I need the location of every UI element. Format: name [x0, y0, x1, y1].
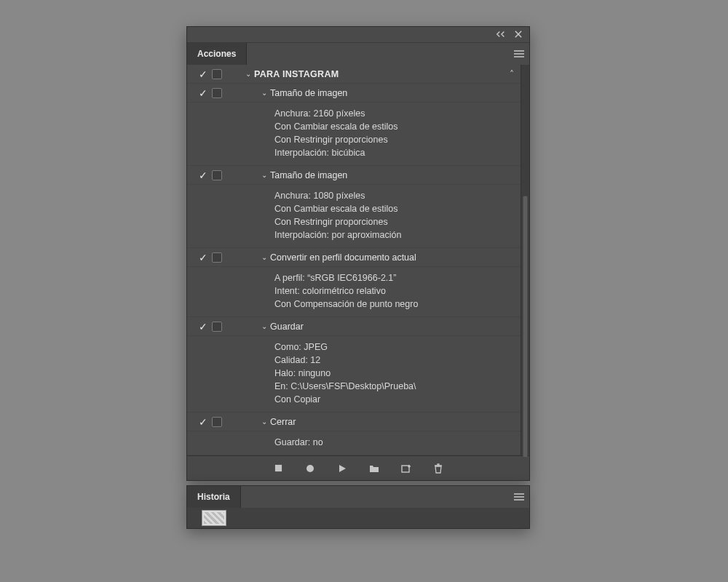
- action-set-name: PARA INSTAGRAM: [254, 69, 339, 79]
- chevron-up-icon[interactable]: ˄: [503, 69, 521, 79]
- svg-rect-0: [274, 465, 281, 471]
- action-detail-line: Interpolación: por aproximación: [274, 228, 401, 242]
- stop-icon[interactable]: [273, 463, 283, 474]
- actions-list: ✓ ⌄ PARA INSTAGRAM ˄ ✓⌄Tamaño de imagen✓…: [187, 65, 521, 455]
- action-detail-line: Halo: ninguno: [274, 367, 416, 380]
- history-panel: Historia: [186, 485, 530, 529]
- chevron-down-icon[interactable]: ⌄: [242, 70, 254, 78]
- folder-icon[interactable]: [369, 463, 379, 474]
- enabled-checkmark-icon[interactable]: ✓: [199, 417, 207, 427]
- scrollbar-thumb[interactable]: [523, 196, 528, 458]
- action-detail-line: Con Restringir proporciones: [274, 215, 401, 228]
- action-step-details: ✓Como: JPEGCalidad: 12Halo: ningunoEn: C…: [187, 336, 521, 412]
- dialog-toggle[interactable]: [212, 322, 222, 332]
- chevron-down-icon[interactable]: ⌄: [258, 418, 270, 426]
- tab-actions[interactable]: Acciones: [187, 43, 247, 65]
- action-step-details: ✓Guardar: no: [187, 431, 521, 455]
- trash-icon[interactable]: [433, 463, 443, 474]
- dialog-toggle[interactable]: [212, 69, 222, 79]
- action-step-row[interactable]: ✓⌄Convertir en perfil documento actual: [187, 248, 521, 267]
- enabled-checkmark-icon[interactable]: ✓: [199, 322, 207, 332]
- action-detail-line: Como: JPEG: [274, 340, 416, 354]
- action-detail-line: Con Cambiar escala de estilos: [274, 120, 398, 133]
- panel-tabbar: Historia: [187, 486, 529, 508]
- action-step-details: ✓Anchura: 2160 píxelesCon Cambiar escala…: [187, 103, 521, 166]
- play-icon[interactable]: [337, 463, 347, 474]
- action-detail-line: Con Restringir proporciones: [274, 133, 398, 146]
- action-detail-line: Anchura: 2160 píxeles: [274, 107, 398, 120]
- chevron-down-icon[interactable]: ⌄: [258, 171, 270, 179]
- collapse-icon[interactable]: [496, 31, 506, 39]
- action-step-title: Tamaño de imagen: [270, 88, 347, 98]
- panel-tabbar: Acciones: [187, 43, 529, 65]
- action-detail-line: Intent: colorimétrico relativo: [274, 284, 418, 298]
- action-step-row[interactable]: ✓⌄Guardar: [187, 317, 521, 336]
- chevron-down-icon[interactable]: ⌄: [258, 322, 270, 330]
- chevron-down-icon[interactable]: ⌄: [258, 253, 270, 261]
- tab-history[interactable]: Historia: [187, 486, 241, 508]
- action-set-row[interactable]: ✓ ⌄ PARA INSTAGRAM ˄: [187, 65, 521, 84]
- panel-menu-icon[interactable]: [509, 43, 529, 65]
- action-step-row[interactable]: ✓⌄Tamaño de imagen: [187, 166, 521, 185]
- action-step-row[interactable]: ✓⌄Tamaño de imagen: [187, 84, 521, 103]
- new-action-icon[interactable]: [401, 463, 411, 474]
- dialog-toggle[interactable]: [212, 170, 222, 180]
- actions-panel: Acciones ✓ ⌄ PARA INSTAGRAM ˄: [186, 26, 530, 481]
- action-step-title: Tamaño de imagen: [270, 170, 347, 180]
- history-state-thumbnail[interactable]: [202, 510, 226, 526]
- action-step-details: ✓Anchura: 1080 píxelesCon Cambiar escala…: [187, 185, 521, 248]
- chevron-down-icon[interactable]: ⌄: [258, 89, 270, 97]
- action-detail-line: Anchura: 1080 píxeles: [274, 189, 401, 202]
- action-detail-line: Con Cambiar escala de estilos: [274, 202, 401, 215]
- action-detail-line: Guardar: no: [274, 436, 323, 449]
- dialog-toggle[interactable]: [212, 252, 222, 263]
- record-icon[interactable]: [305, 463, 315, 474]
- enabled-checkmark-icon[interactable]: ✓: [199, 88, 207, 98]
- action-detail-line: En: C:\Users\FSF\Desktop\Prueba\: [274, 380, 416, 393]
- enabled-checkmark-icon[interactable]: ✓: [199, 252, 207, 263]
- action-detail-line: Interpolación: bicúbica: [274, 146, 398, 159]
- close-icon[interactable]: [515, 31, 522, 39]
- action-step-title: Guardar: [270, 322, 304, 332]
- action-detail-line: Calidad: 12: [274, 354, 416, 367]
- dialog-toggle[interactable]: [212, 88, 222, 98]
- enabled-checkmark-icon[interactable]: ✓: [199, 69, 207, 79]
- dialog-toggle[interactable]: [212, 417, 222, 427]
- action-detail-line: A perfil: “sRGB IEC61966-2.1”: [274, 271, 418, 284]
- action-step-row[interactable]: ✓⌄Cerrar: [187, 412, 521, 431]
- action-step-details: ✓A perfil: “sRGB IEC61966-2.1”Intent: co…: [187, 267, 521, 317]
- history-body: [187, 508, 529, 528]
- panel-topbar: [187, 27, 529, 43]
- scrollbar[interactable]: [521, 65, 529, 455]
- action-detail-line: Con Copiar: [274, 393, 416, 406]
- enabled-checkmark-icon[interactable]: ✓: [199, 170, 207, 180]
- action-step-title: Cerrar: [270, 417, 296, 427]
- svg-point-1: [306, 465, 314, 472]
- action-step-title: Convertir en perfil documento actual: [270, 252, 416, 263]
- actions-toolbar: [187, 455, 529, 480]
- action-detail-line: Con Compensación de punto negro: [274, 298, 418, 311]
- panel-menu-icon[interactable]: [509, 486, 529, 508]
